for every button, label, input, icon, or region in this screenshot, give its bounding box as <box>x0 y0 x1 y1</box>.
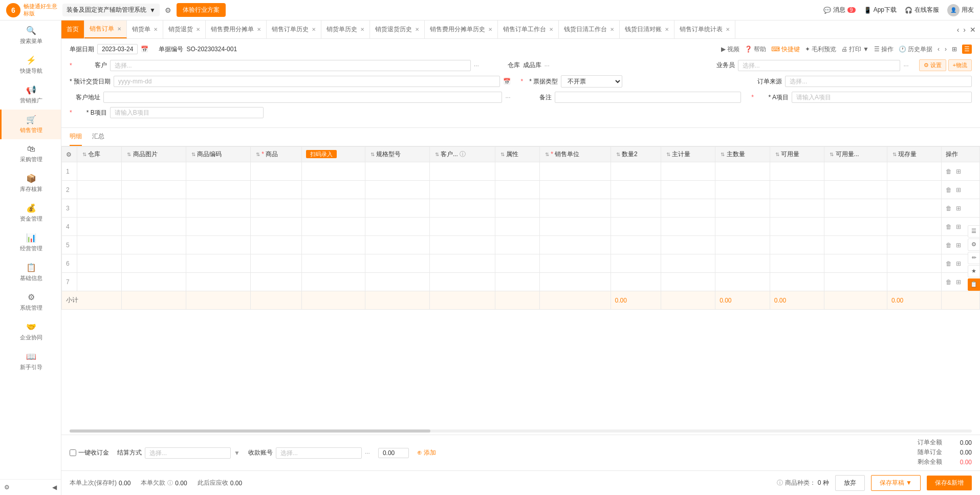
th-sort-icon[interactable]: ⇅ <box>256 152 260 157</box>
grid-view-btn[interactable]: ⊞ <box>952 46 957 53</box>
customer-ellipsis[interactable]: ··· <box>474 62 479 69</box>
salesperson-ellipsis[interactable]: ··· <box>903 62 908 69</box>
row-spec[interactable] <box>365 162 429 181</box>
receipt-input[interactable] <box>276 447 362 459</box>
delete-icon[interactable]: 🗑 <box>946 223 952 230</box>
address-input[interactable] <box>103 92 502 103</box>
tab-expense[interactable]: 销售费用分摊单 ✕ <box>206 20 267 38</box>
th-sort-icon[interactable]: ⇅ <box>191 152 195 157</box>
tab-return-history[interactable]: 销货退货历史 ✕ <box>370 20 425 38</box>
info-icon[interactable]: ⓘ <box>167 479 173 487</box>
copy-icon[interactable]: ⊞ <box>956 168 961 175</box>
tab-close-icon[interactable]: ✕ <box>257 27 261 32</box>
side-btn-1[interactable]: ☰ <box>968 225 980 238</box>
list-view-btn[interactable]: ☰ <box>962 45 972 54</box>
a-project-input[interactable] <box>792 92 972 103</box>
sidebar-collapse-btn[interactable]: ◀ <box>52 484 57 491</box>
remark-input[interactable] <box>555 92 742 103</box>
user-area[interactable]: 👤 用友 <box>947 4 974 16</box>
print-dropdown[interactable]: ▼ <box>863 46 869 53</box>
profit-btn[interactable]: ✦ 毛利预览 <box>805 45 836 54</box>
nav-next-btn[interactable]: › <box>945 46 947 53</box>
row-warehouse[interactable] <box>77 162 122 181</box>
tab-reconcile[interactable]: 钱货日清对账 ✕ <box>620 20 674 38</box>
sidebar-item-enterprise[interactable]: 🤝 企业协同 <box>0 317 61 347</box>
tab-close-icon[interactable]: ✕ <box>117 26 121 32</box>
calendar-icon[interactable]: 📅 <box>141 46 148 53</box>
shortcut-btn[interactable]: ⌨ 快捷键 <box>771 45 800 54</box>
salesperson-input[interactable] <box>738 60 901 71</box>
quick-order-checkbox[interactable]: 一键收订金 <box>70 448 109 457</box>
delete-icon[interactable]: 🗑 <box>946 278 952 286</box>
row-customer-code[interactable] <box>429 162 495 181</box>
tab-invoice[interactable]: 销货单 ✕ <box>127 20 163 38</box>
detail-tab-summary[interactable]: 汇总 <box>92 128 104 146</box>
row-main-qty[interactable] <box>715 162 770 181</box>
save-new-button[interactable]: 保存&新增 <box>927 476 972 490</box>
th-sort-icon[interactable]: ⇅ <box>127 152 131 157</box>
customer-input[interactable] <box>110 60 471 71</box>
copy-icon[interactable]: ⊞ <box>956 242 961 249</box>
th-sort-icon[interactable]: ⇅ <box>892 152 897 157</box>
settings-icon[interactable]: ⚙ <box>165 6 171 14</box>
history-btn[interactable]: 🕐 历史单据 <box>899 45 932 54</box>
copy-icon[interactable]: ⊞ <box>956 260 961 267</box>
messages-icon-area[interactable]: 💬 消息 9 <box>823 6 856 14</box>
app-title-area[interactable]: 装备及固定资产辅助管理系统 ▼ <box>62 4 160 16</box>
scroll-thumb[interactable] <box>70 429 430 433</box>
tab-daily-workbench[interactable]: 钱货日清工作台 ✕ <box>559 20 620 38</box>
operation-btn[interactable]: ☰ 操作 <box>874 45 894 54</box>
row-product[interactable] <box>250 162 301 181</box>
receipt-ellipsis[interactable]: ··· <box>365 449 370 457</box>
print-btn[interactable]: 🖨 打印 ▼ <box>841 45 869 54</box>
th-sort-icon[interactable]: ⇅ <box>371 152 375 157</box>
sidebar-item-finance[interactable]: 💰 资金管理 <box>0 198 61 228</box>
info-icon[interactable]: ⓘ <box>460 150 466 158</box>
tab-invoice-history[interactable]: 销货单历史 ✕ <box>321 20 370 38</box>
tab-order-history[interactable]: 销售订单历史 ✕ <box>267 20 321 38</box>
tab-order-workbench[interactable]: 销售订单工作台 ✕ <box>498 20 559 38</box>
sidebar-item-operations[interactable]: 📊 经营管理 <box>0 228 61 257</box>
sidebar-item-sales[interactable]: 🛒 销售管理 <box>0 110 61 139</box>
dropdown-icon[interactable]: ▼ <box>906 479 912 486</box>
tab-close-icon[interactable]: ✕ <box>196 27 200 32</box>
th-sort-icon[interactable]: ⇅ <box>435 152 439 157</box>
discard-button[interactable]: 放弃 <box>835 475 865 491</box>
b-project-input[interactable] <box>110 107 264 118</box>
col-settings-icon[interactable]: ⚙ <box>66 151 72 158</box>
delete-icon[interactable]: 🗑 <box>946 205 952 212</box>
copy-icon[interactable]: ⊞ <box>956 205 961 212</box>
save-draft-button[interactable]: 保存草稿 ▼ <box>871 475 921 491</box>
delete-icon[interactable]: 🗑 <box>946 168 952 175</box>
online-service-area[interactable]: 🎧 在线客服 <box>905 6 939 14</box>
tab-close-icon[interactable]: ✕ <box>312 27 316 32</box>
th-sort-icon[interactable]: ⇅ <box>500 152 505 157</box>
sidebar-settings-btn[interactable]: ⚙ <box>4 484 10 491</box>
product-count-icon[interactable]: ⓘ <box>777 479 783 487</box>
tab-sales-order[interactable]: 销售订单 ✕ <box>84 20 127 38</box>
row-attribute[interactable] <box>495 162 539 181</box>
tab-return[interactable]: 销货退货 ✕ <box>163 20 206 38</box>
settings-btn[interactable]: ⚙ 设置 <box>919 59 946 71</box>
th-settings[interactable]: ⚙ <box>62 147 77 162</box>
delivery-input[interactable] <box>114 76 499 87</box>
address-ellipsis[interactable]: ··· <box>505 94 510 101</box>
side-btn-5[interactable]: 📋 <box>968 278 980 291</box>
quick-order-check[interactable] <box>70 449 76 456</box>
th-sort-icon[interactable]: ⇅ <box>545 152 549 157</box>
help-btn[interactable]: ❓ 帮助 <box>745 45 766 54</box>
tab-close-icon[interactable]: ✕ <box>610 27 614 32</box>
scroll-track[interactable] <box>70 429 972 433</box>
view-btn[interactable]: ▶ 视频 <box>721 45 739 54</box>
add-button[interactable]: ⊕ 添加 <box>417 448 436 457</box>
sidebar-item-system[interactable]: ⚙ 系统管理 <box>0 287 61 317</box>
th-sort-icon[interactable]: ⇅ <box>830 152 834 157</box>
copy-icon[interactable]: ⊞ <box>956 278 961 286</box>
warehouse-ellipsis[interactable]: ··· <box>545 62 550 69</box>
invoice-select[interactable]: 不开票 <box>561 75 622 88</box>
sidebar-item-marketing[interactable]: 📢 营销推广 <box>0 80 61 110</box>
delete-icon[interactable]: 🗑 <box>946 260 952 267</box>
tab-next-btn[interactable]: › <box>962 25 967 35</box>
side-btn-2[interactable]: ⚙ <box>968 239 980 251</box>
tab-close-icon[interactable]: ✕ <box>154 27 158 32</box>
